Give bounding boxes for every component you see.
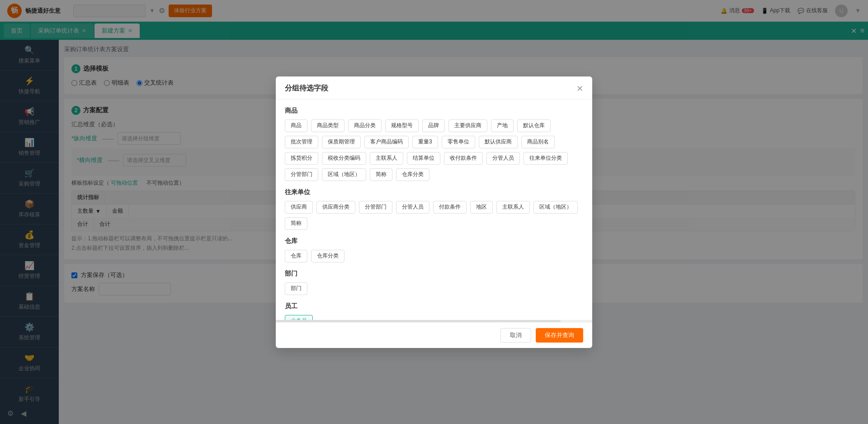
field-tag-short-name[interactable]: 简称: [370, 168, 392, 181]
category-warehouse-tags: 仓库 仓库分类: [285, 250, 583, 262]
modal-title: 分组待选字段: [285, 84, 328, 93]
field-tag-counterpart-region[interactable]: 区域（地区）: [533, 201, 578, 214]
category-counterpart-tags: 供应商 供应商分类 分管部门 分管人员 付款条件 地区 主联系人 区域（地区） …: [285, 201, 583, 230]
field-tag-weight[interactable]: 重量3: [412, 136, 438, 148]
field-tag-settlement-unit[interactable]: 结算单位: [407, 152, 440, 165]
modal-close-icon[interactable]: ✕: [576, 84, 583, 94]
modal-header: 分组待选字段 ✕: [276, 76, 592, 100]
field-tag-manager[interactable]: 分管人员: [486, 152, 520, 165]
field-tag-goods-type[interactable]: 商品类型: [311, 119, 344, 132]
field-tag-goods-category[interactable]: 商品分类: [348, 119, 382, 132]
field-tag-origin[interactable]: 产地: [491, 119, 514, 132]
field-tag-spec[interactable]: 规格型号: [385, 119, 419, 132]
category-counterpart-title: 往来单位: [285, 188, 583, 196]
field-tag-counterpart-manager[interactable]: 分管人员: [396, 201, 429, 214]
field-tag-main-contact[interactable]: 主联系人: [370, 152, 403, 165]
modal-body: 商品 商品 商品类型 商品分类 规格型号 品牌 主要供应商 产地 默认仓库 批次…: [276, 100, 592, 320]
field-tag-counterpart-category[interactable]: 往来单位分类: [524, 152, 568, 165]
field-tag-main-supplier[interactable]: 主要供应商: [448, 119, 487, 132]
field-tag-district[interactable]: 地区: [470, 201, 493, 214]
category-department-tags: 部门: [285, 282, 583, 295]
category-counterpart: 往来单位 供应商 供应商分类 分管部门 分管人员 付款条件 地区 主联系人 区域…: [285, 188, 583, 230]
field-selection-modal: 分组待选字段 ✕ 商品 商品 商品类型 商品分类 规格型号 品牌 主要供应商 产…: [276, 76, 592, 348]
field-tag-brand[interactable]: 品牌: [422, 119, 445, 132]
field-tag-customer-code[interactable]: 客户商品编码: [364, 136, 409, 148]
horizontal-scrollbar[interactable]: [276, 320, 592, 322]
field-tag-region[interactable]: 区域（地区）: [322, 168, 366, 181]
field-tag-batch[interactable]: 批次管理: [285, 136, 318, 148]
field-tag-alias[interactable]: 商品别名: [521, 136, 555, 148]
category-goods: 商品 商品 商品类型 商品分类 规格型号 品牌 主要供应商 产地 默认仓库 批次…: [285, 107, 583, 181]
field-tag-counterpart-dept[interactable]: 分管部门: [359, 201, 392, 214]
field-tag-retail-unit[interactable]: 零售单位: [442, 136, 475, 148]
field-tag-default-supplier[interactable]: 默认供应商: [479, 136, 518, 148]
save-button[interactable]: 保存并查询: [536, 328, 583, 343]
field-tag-warehouse[interactable]: 仓库: [285, 250, 307, 262]
field-tag-default-warehouse[interactable]: 默认仓库: [517, 119, 551, 132]
field-tag-dept[interactable]: 分管部门: [285, 168, 318, 181]
modal-footer: 取消 保存并查询: [276, 322, 592, 348]
field-tag-tax-code[interactable]: 税收分类编码: [322, 152, 366, 165]
field-tag-goods[interactable]: 商品: [285, 119, 307, 132]
field-tag-department[interactable]: 部门: [285, 282, 307, 295]
cancel-button[interactable]: 取消: [500, 328, 531, 343]
field-tag-counterpart-contact[interactable]: 主联系人: [496, 201, 530, 214]
field-tag-supplier-category[interactable]: 供应商分类: [316, 201, 355, 214]
field-tag-counterpart-short[interactable]: 简称: [285, 217, 307, 230]
category-warehouse: 仓库 仓库 仓库分类: [285, 237, 583, 262]
category-department-title: 部门: [285, 270, 583, 278]
category-warehouse-title: 仓库: [285, 237, 583, 245]
field-tag-payment-condition[interactable]: 付款条件: [433, 201, 467, 214]
category-goods-tags: 商品 商品类型 商品分类 规格型号 品牌 主要供应商 产地 默认仓库 批次管理 …: [285, 119, 583, 181]
category-employee-title: 员工: [285, 302, 583, 310]
field-tag-payment-terms[interactable]: 收付款条件: [444, 152, 483, 165]
field-tag-warehouse-cat[interactable]: 仓库分类: [311, 250, 344, 262]
modal-overlay: 分组待选字段 ✕ 商品 商品 商品类型 商品分类 规格型号 品牌 主要供应商 产…: [0, 0, 868, 424]
field-tag-salesperson[interactable]: 业务员: [285, 315, 313, 320]
category-employee: 员工 业务员: [285, 302, 583, 320]
field-tag-expiry[interactable]: 保质期管理: [322, 136, 361, 148]
field-tag-supplier[interactable]: 供应商: [285, 201, 313, 214]
field-tag-warehouse-category[interactable]: 仓库分类: [396, 168, 429, 181]
category-goods-title: 商品: [285, 107, 583, 115]
category-employee-tags: 业务员: [285, 315, 583, 320]
field-tag-pick-score[interactable]: 拣货积分: [285, 152, 318, 165]
category-department: 部门 部门: [285, 270, 583, 295]
